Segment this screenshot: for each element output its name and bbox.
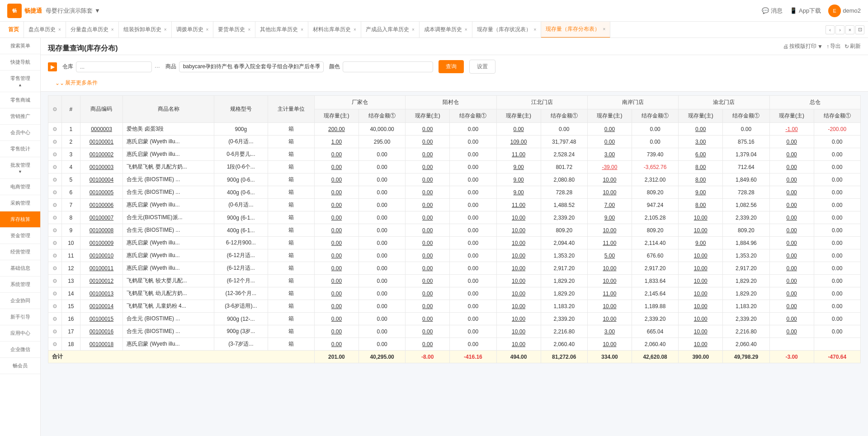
color-input[interactable] (343, 61, 433, 72)
sidebar-item-nav[interactable]: 快捷导航 (0, 54, 40, 70)
row-code[interactable]: 00100008 (80, 224, 123, 237)
row-yb-qty[interactable]: 10.00 (679, 211, 723, 224)
row-zc-qty[interactable]: 0.00 (769, 262, 814, 275)
industry-select[interactable]: 母婴行业演示陈套 ▼ (46, 7, 100, 15)
row-zc-qty[interactable]: 0.00 (769, 186, 814, 199)
row-settings[interactable]: ⚙ (48, 313, 62, 325)
row-yb-qty[interactable]: 10.00 (679, 275, 723, 287)
row-mc-qty[interactable]: 0.00 (406, 262, 450, 275)
row-jb-qty[interactable]: 0.00 (496, 123, 541, 136)
row-settings[interactable]: ⚙ (48, 287, 62, 300)
gear-icon[interactable]: ⚙ (52, 328, 57, 335)
row-code[interactable]: 00100006 (80, 199, 123, 211)
row-na-qty[interactable]: 10.00 (587, 224, 632, 237)
gear-icon[interactable]: ⚙ (52, 215, 57, 221)
row-settings[interactable]: ⚙ (48, 123, 62, 136)
row-fj-qty[interactable]: 0.00 (314, 325, 359, 338)
row-fj-qty[interactable]: 0.00 (314, 249, 359, 262)
row-na-qty[interactable]: 10.00 (587, 262, 632, 275)
row-fj-qty[interactable]: 0.00 (314, 186, 359, 199)
row-na-qty[interactable]: 0.00 (587, 136, 632, 148)
row-na-qty[interactable]: 3.00 (587, 325, 632, 338)
row-settings[interactable]: ⚙ (48, 148, 62, 161)
row-zc-qty[interactable]: 0.00 (769, 161, 814, 173)
gear-icon[interactable]: ⚙ (52, 126, 57, 132)
row-yb-qty[interactable]: 8.00 (679, 161, 723, 173)
row-code[interactable]: 00100012 (80, 275, 123, 287)
goods-input[interactable] (179, 61, 324, 72)
gear-icon[interactable]: ⚙ (52, 189, 57, 196)
sidebar-item-collab[interactable]: 企业协同 (0, 293, 40, 309)
row-mc-qty[interactable]: 0.00 (406, 173, 450, 186)
row-yb-qty[interactable]: 0.00 (679, 123, 723, 136)
row-settings[interactable]: ⚙ (48, 300, 62, 313)
warehouse-ellipsis[interactable]: ··· (155, 63, 160, 70)
refresh-btn[interactable]: ↻ 刷新 (844, 42, 861, 50)
row-code[interactable]: 00100015 (80, 313, 123, 325)
row-fj-qty[interactable]: 0.00 (314, 148, 359, 161)
row-jb-qty[interactable]: 9.00 (496, 173, 541, 186)
row-zc-qty[interactable]: 0.00 (769, 224, 814, 237)
row-zc-qty[interactable]: 0.00 (769, 199, 814, 211)
row-code[interactable]: 00100016 (80, 325, 123, 338)
row-code[interactable]: 00100001 (80, 136, 123, 148)
row-fj-qty[interactable]: 0.00 (314, 313, 359, 325)
row-fj-qty[interactable]: 0.00 (314, 338, 359, 351)
close-icon[interactable]: × (58, 27, 61, 32)
gear-icon[interactable]: ⚙ (52, 240, 57, 246)
setting-btn[interactable]: 设置 (469, 60, 495, 74)
sidebar-item-wholesale[interactable]: 批发管理 ▼ (0, 157, 40, 179)
sidebar-item-marketing[interactable]: 营销推广 (0, 108, 40, 125)
row-yb-qty[interactable]: 10.00 (679, 249, 723, 262)
row-na-qty[interactable]: 0.00 (587, 123, 632, 136)
row-jb-qty[interactable]: 10.00 (496, 313, 541, 325)
close-icon[interactable]: × (412, 27, 415, 32)
row-jb-qty[interactable]: 10.00 (496, 211, 541, 224)
gear-icon[interactable]: ⚙ (52, 139, 57, 145)
row-jb-qty[interactable]: 11.00 (496, 148, 541, 161)
row-settings[interactable]: ⚙ (48, 199, 62, 211)
sidebar-item-retail-stat[interactable]: 零售统计 (0, 141, 40, 157)
expand-conditions-btn[interactable]: ⌄⌄ 展开更多条件 (55, 79, 98, 87)
row-mc-qty[interactable]: 0.00 (406, 275, 450, 287)
row-settings[interactable]: ⚙ (48, 173, 62, 186)
row-yb-qty[interactable]: 9.00 (679, 186, 723, 199)
row-na-qty[interactable]: 5.00 (587, 249, 632, 262)
close-icon[interactable]: × (111, 27, 114, 32)
row-yb-qty[interactable]: 10.00 (679, 338, 723, 351)
query-btn[interactable]: 查询 (439, 60, 464, 73)
sidebar-item-member[interactable]: 会员中心 (0, 125, 40, 141)
row-yb-qty[interactable]: 10.00 (679, 262, 723, 275)
row-jb-qty[interactable]: 10.00 (496, 249, 541, 262)
row-jb-qty[interactable]: 9.00 (496, 186, 541, 199)
row-mc-qty[interactable]: 0.00 (406, 338, 450, 351)
row-jb-qty[interactable]: 10.00 (496, 338, 541, 351)
row-zc-qty[interactable]: 0.00 (769, 287, 814, 300)
row-settings[interactable]: ⚙ (48, 262, 62, 275)
row-mc-qty[interactable]: 0.00 (406, 123, 450, 136)
nav-prev[interactable]: ‹ (826, 25, 835, 34)
row-zc-qty[interactable]: 0.00 (769, 211, 814, 224)
row-fj-qty[interactable]: 1.00 (314, 136, 359, 148)
tab-transfer[interactable]: 调拨单历史 × (172, 22, 214, 38)
gear-icon[interactable]: ⚙ (52, 164, 57, 170)
row-settings[interactable]: ⚙ (48, 136, 62, 148)
row-na-qty[interactable]: 7.00 (587, 199, 632, 211)
sidebar-item-system[interactable]: 系统管理 (0, 277, 40, 293)
row-na-qty[interactable]: 10.00 (587, 338, 632, 351)
row-mc-qty[interactable]: 0.00 (406, 186, 450, 199)
row-na-qty[interactable]: 10.00 (587, 173, 632, 186)
export-btn[interactable]: ↑ 导出 (826, 42, 841, 50)
row-jb-qty[interactable]: 10.00 (496, 300, 541, 313)
row-code[interactable]: 0000003 (80, 123, 123, 136)
row-fj-qty[interactable]: 0.00 (314, 262, 359, 275)
tab-material-out[interactable]: 材料出库单历史 × (308, 22, 361, 38)
tab-stock-dist[interactable]: 现存量（库存分布表） × (541, 22, 610, 38)
row-code[interactable]: 00100013 (80, 287, 123, 300)
app-download-btn[interactable]: 📱 App下载 (790, 7, 821, 15)
gear-icon[interactable]: ⚙ (52, 303, 57, 309)
close-icon[interactable]: × (354, 27, 356, 32)
row-zc-qty[interactable]: 0.00 (769, 173, 814, 186)
gear-icon[interactable]: ⚙ (52, 202, 57, 208)
row-jb-qty[interactable]: 11.00 (496, 199, 541, 211)
